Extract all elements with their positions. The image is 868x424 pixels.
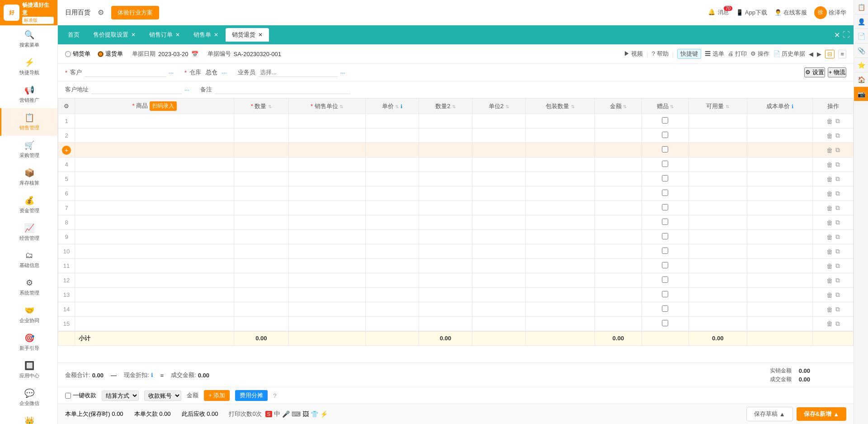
- delete-row-icon[interactable]: 🗑: [826, 306, 833, 313]
- close-tab-sales-slip[interactable]: ✕: [214, 32, 218, 38]
- sidebar-item-search[interactable]: 🔍 搜索菜单: [0, 25, 57, 53]
- delete-row-icon[interactable]: 🗑: [826, 262, 833, 270]
- pack-qty-cell[interactable]: [525, 114, 594, 129]
- unit2-cell[interactable]: [472, 129, 525, 143]
- sidebar-item-quick-nav[interactable]: ⚡ 快捷导航: [0, 53, 57, 81]
- unit-sort-icon[interactable]: ⇅: [340, 104, 343, 109]
- copy-row-icon[interactable]: ⧉: [835, 248, 840, 255]
- add-row-button[interactable]: +: [62, 146, 71, 155]
- copy-row-icon[interactable]: ⧉: [835, 233, 840, 241]
- operation-tool[interactable]: ⚙ 操作: [750, 50, 769, 58]
- tab-sales-return[interactable]: 销货退货 ✕: [226, 28, 269, 42]
- user-profile[interactable]: 徐 徐泽华: [814, 6, 846, 19]
- settlement-select[interactable]: 结算方式: [102, 391, 139, 401]
- trial-button[interactable]: 体验行业方案: [111, 6, 159, 19]
- save-draft-button[interactable]: 保存草稿 ▲: [746, 407, 793, 421]
- available-cell[interactable]: [689, 129, 747, 143]
- online-service-link[interactable]: 👨‍💼 在线客服: [774, 9, 807, 17]
- tab-price-settings[interactable]: 售价提取设置 ✕: [87, 28, 142, 42]
- scan-button[interactable]: 扫码录入: [150, 101, 177, 111]
- price-cell[interactable]: [365, 129, 419, 143]
- available-cell[interactable]: [689, 143, 747, 157]
- delete-row-icon[interactable]: 🗑: [826, 248, 833, 255]
- tab-sales-slip[interactable]: 销售单 ✕: [187, 28, 225, 42]
- qty2-cell[interactable]: [419, 129, 472, 143]
- sidebar-item-basic-info[interactable]: 🗂 基础信息: [0, 246, 57, 273]
- avail-sort-icon[interactable]: ⇅: [726, 104, 729, 109]
- app-download-link[interactable]: 📱 App下载: [736, 9, 767, 17]
- qty-cell[interactable]: [234, 114, 289, 129]
- settings-button[interactable]: ⚙ 设置: [804, 67, 825, 77]
- save-new-button[interactable]: 保存&新增 ▲: [797, 407, 846, 421]
- print-tool[interactable]: 🖨 打印: [728, 50, 747, 58]
- cost-price-cell[interactable]: [747, 129, 813, 143]
- copy-row-icon[interactable]: ⧉: [835, 262, 840, 270]
- amount-cell[interactable]: [594, 143, 642, 157]
- unit2-cell[interactable]: [472, 143, 525, 157]
- right-panel-attach[interactable]: 📎: [854, 43, 868, 58]
- gift-cell[interactable]: [642, 114, 689, 129]
- tool-icon-2[interactable]: 🎤: [282, 410, 290, 418]
- unit-cell[interactable]: [288, 143, 365, 157]
- amount-sort-icon[interactable]: ⇅: [623, 104, 627, 109]
- sidebar-item-sales[interactable]: 📋 销售管理: [0, 108, 57, 136]
- delete-row-icon[interactable]: 🗑: [826, 161, 833, 168]
- product-input-highlight[interactable]: [79, 147, 230, 153]
- delete-row-icon[interactable]: 🗑: [826, 176, 833, 183]
- pack-qty-cell[interactable]: [525, 129, 594, 143]
- calendar-icon[interactable]: 📅: [191, 51, 198, 57]
- cost-info-icon[interactable]: ℹ: [792, 104, 793, 109]
- logistics-button[interactable]: + 物流: [828, 67, 846, 77]
- tool-icon-4[interactable]: 🖼: [302, 410, 309, 418]
- sidebar-item-operations[interactable]: 📈 经营管理: [0, 219, 57, 246]
- right-panel-star[interactable]: ⭐: [854, 58, 868, 72]
- delete-row-icon[interactable]: 🗑: [826, 291, 833, 299]
- close-tab-sales-return[interactable]: ✕: [258, 32, 263, 38]
- qty-cell[interactable]: [234, 143, 289, 157]
- sidebar-item-inventory[interactable]: 📦 库存核算: [0, 163, 57, 191]
- price-cell[interactable]: [365, 143, 419, 157]
- pack-sort-icon[interactable]: ⇅: [571, 104, 575, 109]
- sidebar-item-wechat[interactable]: 💬 企业微信: [0, 384, 57, 411]
- copy-row-icon[interactable]: ⧉: [835, 204, 840, 212]
- video-tool[interactable]: ▶ 视频: [624, 50, 643, 58]
- right-panel-doc[interactable]: 📋: [854, 0, 868, 14]
- history-tool[interactable]: 📄 历史单据: [773, 50, 806, 58]
- tool-icon-5[interactable]: 👕: [311, 410, 318, 418]
- tool-icon-1[interactable]: 中: [274, 410, 280, 418]
- radio-return-slip[interactable]: 退货单: [98, 50, 123, 58]
- list-view-icon[interactable]: ≡: [838, 50, 846, 58]
- price-cell[interactable]: [365, 114, 419, 129]
- copy-row-icon[interactable]: ⧉: [835, 190, 840, 197]
- copy-row-icon[interactable]: ⧉: [835, 219, 840, 226]
- copy-row-icon[interactable]: ⧉: [835, 146, 840, 154]
- one-key-payment-checkbox[interactable]: 一键收款: [65, 391, 96, 400]
- close-tab-price-settings[interactable]: ✕: [131, 32, 136, 38]
- help-tool[interactable]: ? 帮助: [652, 50, 669, 58]
- select-tool[interactable]: ☰ 选单: [705, 50, 724, 58]
- prev-icon[interactable]: ◀: [809, 51, 813, 57]
- right-panel-user[interactable]: 👤: [854, 14, 868, 29]
- radio-sales-slip[interactable]: 销货单: [65, 50, 90, 58]
- sidebar-item-finance[interactable]: 💰 资金管理: [0, 191, 57, 219]
- product-cell[interactable]: [75, 143, 234, 157]
- salesman-search-dots[interactable]: ···: [340, 69, 345, 76]
- next-icon[interactable]: ▶: [817, 51, 821, 57]
- copy-row-icon[interactable]: ⧉: [835, 117, 840, 125]
- unit-cell[interactable]: [288, 129, 365, 143]
- qty2-cell[interactable]: [419, 114, 472, 129]
- account-select[interactable]: 收款账号 账号: [144, 391, 181, 401]
- gift-sort-icon[interactable]: ⇅: [670, 104, 674, 109]
- unit2-sort-icon[interactable]: ⇅: [505, 104, 509, 109]
- help-icon[interactable]: ?: [273, 392, 276, 399]
- product-cell[interactable]: [75, 114, 234, 129]
- unit2-cell[interactable]: [472, 114, 525, 129]
- gift-cell[interactable]: [642, 143, 689, 157]
- grid-view-icon[interactable]: ⊟: [825, 50, 835, 58]
- copy-row-icon[interactable]: ⧉: [835, 291, 840, 299]
- tool-icon-6[interactable]: ⚡: [320, 410, 328, 418]
- copy-row-icon[interactable]: ⧉: [835, 305, 840, 313]
- cost-price-cell[interactable]: [747, 143, 813, 157]
- address-search-dots[interactable]: ···: [184, 86, 189, 93]
- add-payment-button[interactable]: + 添加: [204, 390, 230, 401]
